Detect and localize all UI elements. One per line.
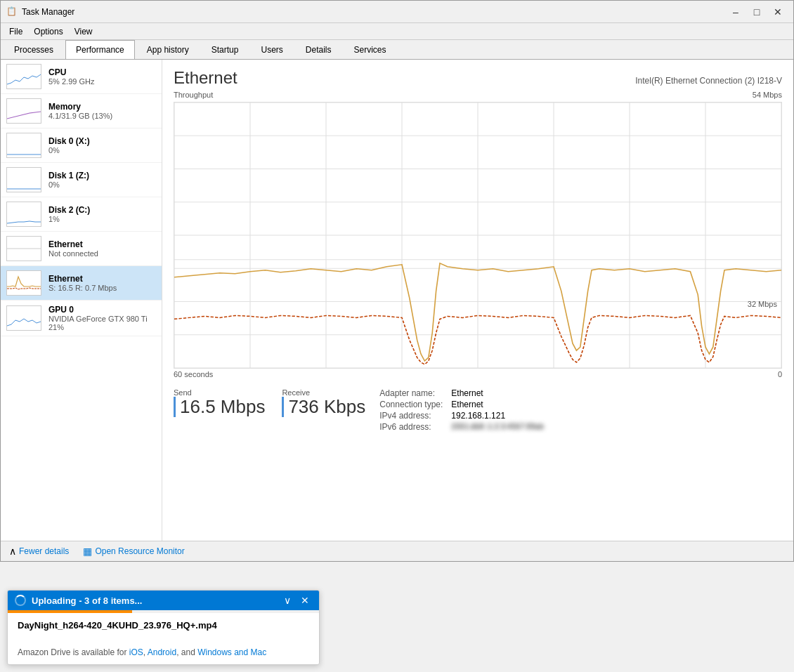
upload-spinner	[15, 595, 26, 606]
upload-footer-text: Amazon Drive is available for iOS, Andro…	[18, 647, 266, 657]
adapter-info: Adapter name: Ethernet Connection type: …	[379, 388, 544, 432]
cpu-label: CPU	[48, 67, 94, 77]
zero-label: 0	[778, 370, 782, 378]
conn-type-val: Ethernet	[451, 400, 544, 409]
sidebar-item-disk2[interactable]: Disk 2 (C:) 1%	[1, 197, 162, 232]
ethernet-thumb	[6, 270, 41, 296]
windows-mac-link[interactable]: Windows and Mac	[197, 647, 266, 657]
ethernet-label: Ethernet	[48, 274, 117, 284]
mid-label: 32 Mbps	[748, 300, 777, 308]
send-value: 16.5 Mbps	[174, 397, 265, 417]
main-content: CPU 5% 2.99 GHz Memory 4.1/31.9 GB (13%)	[1, 60, 793, 541]
tab-details[interactable]: Details	[295, 40, 342, 59]
close-button[interactable]: ✕	[768, 5, 788, 19]
time-label: 60 seconds	[174, 370, 213, 378]
ipv6-key: IPv6 address:	[379, 422, 443, 432]
disk0-label: Disk 0 (X:)	[48, 136, 90, 146]
tab-startup[interactable]: Startup	[201, 40, 249, 59]
menubar: File Options View	[1, 23, 793, 40]
ipv6-val: 2001:db8::1:2:3:4567:89ab	[451, 422, 544, 432]
disk1-sublabel: 0%	[48, 180, 89, 189]
window-controls: – □ ✕	[726, 5, 788, 19]
resource-monitor-icon: ▦	[83, 546, 92, 557]
sidebar-item-ethernet-nc[interactable]: Ethernet Not connected	[1, 232, 162, 266]
disk2-sublabel: 1%	[48, 215, 90, 223]
app-icon: 📋	[6, 6, 18, 18]
max-label: 54 Mbps	[753, 91, 782, 100]
upload-toast: Uploading - 3 of 8 items... ∨ ✕ DayNight…	[7, 590, 320, 665]
chart-header: Ethernet Intel(R) Ethernet Connection (2…	[174, 68, 782, 88]
disk0-thumb	[6, 133, 41, 158]
conn-type-key: Connection type:	[379, 400, 443, 409]
adapter-name-key: Adapter name:	[379, 388, 443, 398]
receive-stat: Receive 736 Kbps	[282, 388, 365, 417]
android-link[interactable]: Android	[148, 647, 176, 657]
ipv4-key: IPv4 address:	[379, 411, 443, 421]
fewer-details-container[interactable]: ∧ Fewer details	[9, 546, 69, 557]
ethernet-nc-thumb	[6, 236, 41, 261]
upload-toast-body: DayNight_h264-420_4KUHD_23.976_HQ+.mp4	[8, 613, 319, 643]
sidebar-item-cpu[interactable]: CPU 5% 2.99 GHz	[1, 60, 162, 94]
chart-title: Ethernet	[174, 68, 237, 88]
resource-monitor-link[interactable]: Open Resource Monitor	[95, 546, 184, 556]
stats-row: Send 16.5 Mbps Receive 736 Kbps Adapter …	[174, 388, 782, 432]
adapter-name-val: Ethernet	[451, 388, 544, 398]
disk0-sublabel: 0%	[48, 146, 90, 154]
titlebar: 📋 Task Manager – □ ✕	[1, 1, 793, 23]
upload-filename: DayNight_h264-420_4KUHD_23.976_HQ+.mp4	[18, 620, 309, 631]
upload-toast-footer: Amazon Drive is available for iOS, Andro…	[8, 643, 319, 664]
upload-toast-header: Uploading - 3 of 8 items... ∨ ✕	[8, 591, 319, 610]
toast-close-button[interactable]: ✕	[298, 595, 312, 606]
chart-adapter-model: Intel(R) Ethernet Connection (2) I218-V	[635, 76, 782, 86]
ethernet-nc-sublabel: Not connected	[48, 249, 98, 258]
chart-footer: 60 seconds 0	[174, 370, 782, 378]
tab-services[interactable]: Services	[344, 40, 397, 59]
ethernet-nc-label: Ethernet	[48, 239, 98, 249]
send-stat: Send 16.5 Mbps	[174, 388, 265, 417]
sidebar-item-ethernet[interactable]: Ethernet S: 16.5 R: 0.7 Mbps	[1, 266, 162, 301]
toast-minimize-button[interactable]: ∨	[281, 595, 294, 606]
bottombar: ∧ Fewer details ▦ Open Resource Monitor	[1, 541, 793, 561]
resource-monitor-container[interactable]: ▦ Open Resource Monitor	[83, 546, 184, 557]
disk2-thumb	[6, 202, 41, 227]
ethernet-sublabel: S: 16.5 R: 0.7 Mbps	[48, 284, 117, 292]
chart-area: 32 Mbps	[174, 102, 782, 369]
sidebar-item-disk1[interactable]: Disk 1 (Z:) 0%	[1, 163, 162, 197]
ipv4-val: 192.168.1.121	[451, 411, 544, 421]
menu-options[interactable]: Options	[28, 25, 68, 38]
disk1-thumb	[6, 167, 41, 192]
window-title: Task Manager	[22, 7, 726, 17]
sidebar: CPU 5% 2.99 GHz Memory 4.1/31.9 GB (13%)	[1, 60, 162, 541]
tab-performance[interactable]: Performance	[65, 40, 135, 59]
sidebar-item-disk0[interactable]: Disk 0 (X:) 0%	[1, 129, 162, 163]
disk2-label: Disk 2 (C:)	[48, 205, 90, 215]
gpu0-label: GPU 0	[48, 305, 148, 315]
sidebar-item-gpu0[interactable]: GPU 0 NVIDIA GeForce GTX 980 Ti21%	[1, 301, 162, 336]
tab-users[interactable]: Users	[250, 40, 293, 59]
fewer-details-link[interactable]: Fewer details	[19, 546, 69, 556]
memory-sublabel: 4.1/31.9 GB (13%)	[48, 112, 112, 120]
receive-value: 736 Kbps	[282, 397, 365, 417]
menu-file[interactable]: File	[4, 25, 28, 38]
ios-link[interactable]: iOS	[129, 647, 143, 657]
chevron-up-icon: ∧	[9, 546, 16, 557]
sidebar-item-memory[interactable]: Memory 4.1/31.9 GB (13%)	[1, 94, 162, 129]
tab-processes[interactable]: Processes	[4, 40, 64, 59]
minimize-button[interactable]: –	[726, 5, 746, 19]
gpu0-sublabel: NVIDIA GeForce GTX 980 Ti21%	[48, 315, 148, 331]
maximize-button[interactable]: □	[747, 5, 767, 19]
tabbar: Processes Performance App history Startu…	[1, 40, 793, 60]
disk1-label: Disk 1 (Z:)	[48, 171, 89, 180]
cpu-sublabel: 5% 2.99 GHz	[48, 77, 94, 86]
gpu0-thumb	[6, 305, 41, 331]
chart-panel: Ethernet Intel(R) Ethernet Connection (2…	[162, 60, 793, 541]
upload-header-text: Uploading - 3 of 8 items...	[32, 595, 142, 606]
throughput-label: Throughput	[174, 91, 213, 99]
menu-view[interactable]: View	[69, 25, 98, 38]
memory-thumb	[6, 98, 41, 124]
memory-label: Memory	[48, 102, 112, 112]
tab-app-history[interactable]: App history	[136, 40, 200, 59]
cpu-thumb	[6, 64, 41, 89]
